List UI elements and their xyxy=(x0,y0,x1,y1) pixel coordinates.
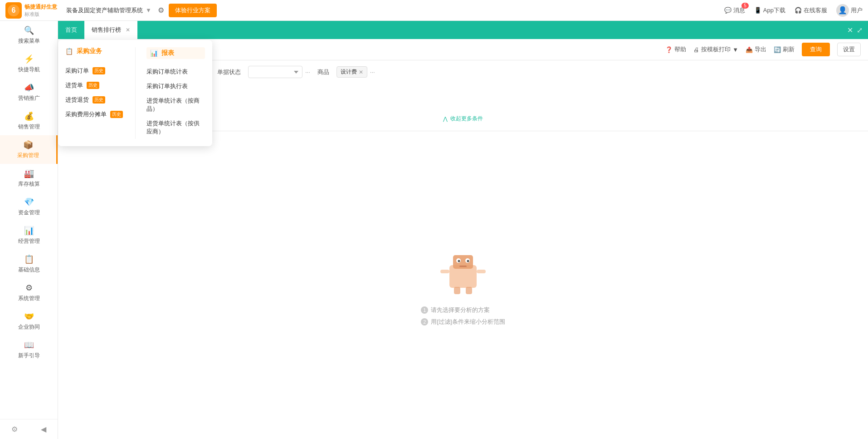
sidebar-label-marketing: 营销推广 xyxy=(18,94,40,102)
refresh-btn[interactable]: 🔄 刷新 xyxy=(774,45,795,54)
sidebar-item-system[interactable]: ⚙ 系统管理 xyxy=(0,278,58,307)
logo-area: 6 畅捷通好生意 标准版 xyxy=(5,2,57,19)
filter-settings-btn[interactable]: 设置 xyxy=(837,43,861,56)
order-status-select[interactable] xyxy=(248,66,302,78)
history-badge-4: 历史 xyxy=(110,111,123,118)
tab-close-window-icon[interactable]: ✕ xyxy=(847,26,853,35)
refresh-label: 刷新 xyxy=(783,45,795,54)
svg-point-6 xyxy=(458,260,460,262)
goods-label: 商品 xyxy=(317,68,329,76)
sidebar-collapse-btn[interactable]: ◀ xyxy=(41,425,46,434)
sidebar-item-search[interactable]: 🔍 搜索菜单 xyxy=(0,21,58,49)
dropdown-item-stock-in[interactable]: 进货单 历史 xyxy=(65,78,124,93)
stock-in-stat-supplier-label: 进货单统计表（按供应商） xyxy=(146,119,205,136)
export-btn[interactable]: 📤 导出 xyxy=(746,45,766,54)
settings-icon-btn[interactable]: ⚙ xyxy=(158,6,164,15)
tab-home-label: 首页 xyxy=(65,26,77,34)
list-icon: 📋 xyxy=(24,254,34,264)
goods-tag-text: 设计费 xyxy=(341,68,357,76)
sidebar: 🔍 搜索菜单 ⚡ 快捷导航 📣 营销推广 💰 销售管理 📦 采购管理 xyxy=(0,21,58,439)
app-download-btn[interactable]: 📱 App下载 xyxy=(754,6,785,15)
dropdown-item-purchase-cost[interactable]: 采购费用分摊单 历史 xyxy=(65,107,124,122)
empty-tips: 1 请先选择要分析的方案 2 用[过滤]条件来缩小分析范围 xyxy=(421,304,505,328)
tab-home[interactable]: 首页 xyxy=(58,21,84,39)
history-badge-3: 历史 xyxy=(93,96,105,104)
svg-text:6: 6 xyxy=(12,6,16,14)
sidebar-bottom: ⚙ ◀ xyxy=(0,419,58,439)
goods-tag: 设计费 ✕ xyxy=(336,66,367,78)
purchase-order-exec-label: 采购订单执行表 xyxy=(146,82,188,90)
purchase-col-title: 📋 采购业务 xyxy=(65,47,124,58)
sidebar-item-guide[interactable]: 📖 新手引导 xyxy=(0,335,58,364)
empty-illustration xyxy=(436,242,490,297)
sidebar-label-cooperation: 企业协同 xyxy=(18,323,40,331)
top-bar: 6 畅捷通好生意 标准版 装备及固定资产辅助管理系统 ▼ ⚙ 体验行业方案 💬 … xyxy=(0,0,868,21)
user-avatar: 👤 xyxy=(836,4,849,17)
order-status-label: 单据状态 xyxy=(217,68,241,76)
svg-rect-8 xyxy=(459,266,467,267)
user-label: 用户 xyxy=(851,6,863,15)
print-btn[interactable]: 🖨 按模板打印 ▼ xyxy=(693,45,738,54)
lightning-icon: ⚡ xyxy=(24,54,34,64)
tab-bar: 首页 销售排行榜 ✕ ✕ ⤢ xyxy=(58,21,868,39)
order-status-dots[interactable]: ··· xyxy=(305,69,310,75)
sidebar-item-quicknav[interactable]: ⚡ 快捷导航 xyxy=(0,49,58,78)
dropdown-item-stock-in-stat-supplier[interactable]: 进货单统计表（按供应商） xyxy=(146,116,205,139)
sidebar-settings-btn[interactable]: ⚙ xyxy=(11,425,18,434)
sidebar-item-basicinfo[interactable]: 📋 基础信息 xyxy=(0,250,58,278)
search-submit-btn[interactable]: 查询 xyxy=(802,43,830,56)
sidebar-item-operations[interactable]: 📊 经营管理 xyxy=(0,221,58,250)
sidebar-label-search: 搜索菜单 xyxy=(18,37,40,45)
sidebar-item-marketing[interactable]: 📣 营销推广 xyxy=(0,78,58,107)
purchase-cost-label: 采购费用分摊单 xyxy=(65,110,107,118)
logo-text: 畅捷通好生意 xyxy=(24,3,57,11)
dropdown-item-stock-in-stat-goods[interactable]: 进货单统计表（按商品） xyxy=(146,94,205,116)
history-badge-2: 历史 xyxy=(87,82,99,89)
sidebar-label-basicinfo: 基础信息 xyxy=(18,266,40,274)
sidebar-item-sales[interactable]: 💰 销售管理 xyxy=(0,107,58,135)
online-service-btn[interactable]: 🎧 在线客服 xyxy=(795,6,827,15)
refresh-icon: 🔄 xyxy=(774,46,781,53)
goods-tag-remove-btn[interactable]: ✕ xyxy=(359,69,363,75)
notifications-btn[interactable]: 💬 消息 5 xyxy=(724,6,745,15)
phone-icon: 📱 xyxy=(754,7,761,14)
stock-in-stat-goods-label: 进货单统计表（按商品） xyxy=(146,97,205,113)
report-col-label: 报表 xyxy=(161,49,174,57)
purchase-col-label: 采购业务 xyxy=(77,47,102,55)
chart-icon: 📊 xyxy=(24,226,34,236)
system-title: 装备及固定资产辅助管理系统 xyxy=(66,6,143,15)
sidebar-label-operations: 经营管理 xyxy=(18,237,40,245)
industry-btn[interactable]: 体验行业方案 xyxy=(169,4,217,17)
empty-svg xyxy=(436,242,490,297)
tip-2: 2 用[过滤]条件来缩小分析范围 xyxy=(421,316,505,328)
sidebar-label-system: 系统管理 xyxy=(18,295,40,302)
help-label: 帮助 xyxy=(674,45,686,54)
title-dropdown-icon[interactable]: ▼ xyxy=(146,7,151,14)
sidebar-item-cooperation[interactable]: 🤝 企业协同 xyxy=(0,307,58,335)
sidebar-item-inventory[interactable]: 🏭 库存核算 xyxy=(0,164,58,192)
tab-bar-actions: ✕ ⤢ xyxy=(847,26,868,35)
tab-close-btn[interactable]: ✕ xyxy=(126,27,130,33)
user-menu-btn[interactable]: 👤 用户 xyxy=(836,4,863,17)
dropdown-item-purchase-order-stat[interactable]: 采购订单统计表 xyxy=(146,64,205,79)
sidebar-label-guide: 新手引导 xyxy=(18,352,40,360)
logo-icon: 6 xyxy=(5,2,22,19)
tab-sales-rank[interactable]: 销售排行榜 ✕ xyxy=(84,21,137,39)
sidebar-item-finance[interactable]: 💎 资金管理 xyxy=(0,192,58,221)
sidebar-item-purchase[interactable]: 📦 采购管理 xyxy=(0,135,58,164)
dropdown-item-purchase-order[interactable]: 采购订单 历史 xyxy=(65,64,124,78)
app-download-label: App下载 xyxy=(763,6,785,15)
sidebar-items: 🔍 搜索菜单 ⚡ 快捷导航 📣 营销推广 💰 销售管理 📦 采购管理 xyxy=(0,21,58,364)
tab-expand-icon[interactable]: ⤢ xyxy=(857,26,863,35)
help-btn[interactable]: ❓ 帮助 xyxy=(665,45,686,54)
tab-sales-rank-label: 销售排行榜 xyxy=(92,26,121,34)
dropdown-divider xyxy=(135,47,136,139)
dropdown-item-stock-return[interactable]: 进货退货 历史 xyxy=(65,93,124,107)
purchase-order-label: 采购订单 xyxy=(65,67,89,75)
finance-icon: 💎 xyxy=(24,197,34,207)
stock-return-label: 进货退货 xyxy=(65,96,89,104)
print-icon: 🖨 xyxy=(693,46,699,53)
dropdown-item-purchase-order-exec[interactable]: 采购订单执行表 xyxy=(146,79,205,94)
goods-dots[interactable]: ··· xyxy=(370,69,375,75)
svg-rect-11 xyxy=(454,287,460,294)
